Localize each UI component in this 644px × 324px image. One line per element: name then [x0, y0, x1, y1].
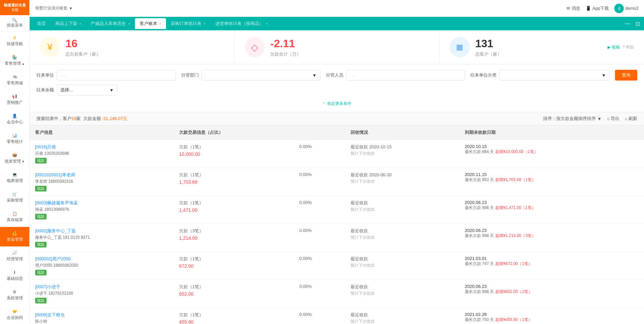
- customer-name-link[interactable]: [0016]吕俊: [35, 144, 168, 150]
- tab-customer-account[interactable]: 客户账本 ×: [135, 18, 166, 29]
- customer-name-link[interactable]: [0006]去下粮仓: [35, 312, 168, 318]
- search-button[interactable]: 查询: [615, 70, 637, 81]
- collapse-button[interactable]: ⌃ 收起更多条件: [36, 101, 637, 107]
- sidebar-item-quick-nav[interactable]: ⚡ 快捷导航: [0, 31, 29, 51]
- help-icon: ?: [622, 45, 625, 50]
- help-btn[interactable]: ? 帮助: [622, 45, 634, 50]
- sidebar-item-wholesale[interactable]: 📦 批发管理 ▼: [0, 149, 29, 168]
- overdue-link[interactable]: 超期¥652.00（1笔）: [495, 289, 532, 294]
- sidebar-item-member[interactable]: 👤 会员中心: [0, 110, 29, 129]
- filter-select-dept[interactable]: ▼: [201, 70, 320, 81]
- tab-close-icon[interactable]: ×: [203, 22, 205, 26]
- sidebar-item-purchase[interactable]: 🛒 采购管理: [0, 188, 29, 207]
- tab-minimize-btn[interactable]: —: [623, 21, 632, 27]
- filter-input-customer[interactable]: ···: [57, 70, 176, 81]
- overdue-link[interactable]: 超期¥1,703.68（1笔）: [495, 177, 536, 182]
- debt-count: 欠款（1笔）: [179, 172, 288, 178]
- overdue-link[interactable]: 超期¥672.00（1笔）: [495, 261, 532, 266]
- video-btn[interactable]: ▶ 视频: [608, 45, 620, 50]
- app-download-btn[interactable]: 📱 App下载: [586, 5, 609, 11]
- debt-percent: 0.00%: [299, 284, 312, 289]
- cell-due-date: 2021.02.26 最长欠款 750 天 超期¥455.90（1笔）: [459, 308, 644, 324]
- sidebar-item-retail-stats[interactable]: 📊 零售统计: [0, 129, 29, 149]
- filter-select-category[interactable]: ▼: [499, 70, 610, 81]
- table-row: [0003]畅捷服务尹海蓝 海蓝 18513066976 现款 欠款（1笔） 1…: [30, 196, 644, 224]
- customer-name-link[interactable]: [0001020001]孝老师: [35, 172, 168, 178]
- sidebar-item-finance[interactable]: 💰 资金管理: [0, 227, 29, 246]
- debt-percent: 0.00%: [299, 144, 312, 149]
- filter-item-person: 分管人员 ···: [326, 70, 465, 81]
- cell-collection: 最近收款 预计下次收款: [345, 308, 459, 324]
- tab-home[interactable]: 首页: [32, 18, 51, 29]
- sort-select[interactable]: 排序：按欠款金额倒序排序 ▼: [543, 116, 601, 122]
- customer-phone: 李老师 18600391516: [35, 179, 168, 184]
- customer-name-link[interactable]: [0002]服务中心_丁磊: [35, 228, 168, 234]
- table-row: [0006]去下粮仓 陈小帅 现款 欠款（1笔） 455.90 0.00% 最近…: [30, 308, 644, 324]
- debt-amount: 1,471.00: [179, 207, 288, 213]
- sidebar-item-marketing[interactable]: 📢 营销推广: [0, 90, 29, 110]
- company-select[interactable]: 母婴行业演示账套 ▼: [35, 5, 73, 11]
- user-avatar-btn[interactable]: d demo2: [614, 4, 639, 13]
- sidebar-item-ecommerce[interactable]: 💻 电商管理: [0, 168, 29, 188]
- overdue-link[interactable]: 超期¥1,471.00（1笔）: [495, 205, 536, 210]
- cell-debt-info: 欠款（3笔） 1,214.00: [174, 224, 294, 252]
- data-table: 客户信息 欠款交易信息（占比） 回收情况 到期未收款日期 [0016]吕俊 吕俊…: [30, 125, 644, 324]
- customer-name-link[interactable]: [0003]畅捷服务尹海蓝: [35, 200, 168, 206]
- sidebar-item-basic-info[interactable]: ℹ 基础信息: [0, 266, 29, 286]
- sidebar-item-search[interactable]: 🔍 搜索菜单: [0, 15, 29, 31]
- cell-customer-info: [0016]吕俊 吕俊 13026203696 现款: [30, 140, 174, 168]
- sidebar-item-retail-mgmt[interactable]: 🏪 零售管理 ▲: [0, 51, 29, 70]
- debt-count: 欠款（1笔）: [179, 256, 288, 262]
- cell-due-date: 2020.06.23 最长欠款 998 天 超期¥652.00（1笔）: [459, 280, 644, 308]
- collection-next: 预计下次收款: [351, 263, 454, 268]
- overdue-link[interactable]: 超期¥455.90（1笔）: [495, 317, 532, 322]
- cell-collection: 最近收款 2020-10-15 预计下次收款: [345, 140, 459, 168]
- sidebar-item-enterprise[interactable]: 🤝 企业协同: [0, 305, 29, 324]
- app-download-label: App下载: [592, 5, 609, 11]
- tab-inbound-stats[interactable]: 进货单统计表（按商品） ×: [211, 18, 272, 29]
- tab-close-icon[interactable]: ×: [159, 22, 161, 26]
- operations-icon: 📈: [12, 251, 17, 255]
- debt-percent: 0.00%: [299, 200, 312, 205]
- customer-count: 16: [72, 116, 76, 121]
- tab-close-icon[interactable]: ×: [79, 22, 81, 26]
- sidebar-item-label: 采购管理: [7, 198, 23, 203]
- tab-close-icon[interactable]: ×: [128, 22, 130, 26]
- debt-amount: 1,214.00: [179, 235, 288, 241]
- stats-row: ¥ 16 总欠款客户（家） ◇ -2.11 欠款合计（万） ▦: [30, 30, 644, 64]
- cell-debt-info: 欠款（1笔） 10,000.00: [174, 140, 294, 168]
- filter-input-person[interactable]: ···: [346, 70, 465, 81]
- tab-maximize-btn[interactable]: ⊡: [634, 21, 641, 27]
- tab-product-shelf[interactable]: 商品上下架 ×: [51, 18, 86, 29]
- debt-percent: 0.00%: [299, 228, 312, 233]
- tab-label: 首页: [37, 21, 46, 27]
- cell-customer-info: [0001020001]孝老师 李老师 18600391516 现款: [30, 168, 174, 196]
- cell-due-date: 2020.11.15 最长欠款 853 天 超期¥1,703.68（1笔）: [459, 168, 644, 196]
- cell-debt-percent: 0.00%: [294, 140, 345, 168]
- cell-due-date: 2021.03.01 最长欠款 747 天 超期¥672.00（1笔）: [459, 252, 644, 280]
- filter-select-balance[interactable]: 选择... ▼: [57, 85, 117, 95]
- dept-arrow-icon: ▼: [312, 73, 317, 78]
- sidebar-item-retail-mall[interactable]: 🛍 零售商城: [0, 70, 29, 90]
- refresh-btn[interactable]: ○ 刷新: [625, 116, 637, 122]
- table-body: [0016]吕俊 吕俊 13026203696 现款 欠款（1笔） 10,000…: [30, 140, 644, 324]
- sidebar: 畅捷通好生意示范 🔍 搜索菜单 ⚡ 快捷导航 🏪 零售管理 ▲ 🛍 零售商城 📢…: [0, 0, 30, 324]
- tab-production-history[interactable]: 产成品入库单历史 ×: [86, 18, 135, 29]
- tab-close-icon[interactable]: ×: [265, 22, 268, 26]
- filter-label-customer: 往来单位: [36, 72, 54, 78]
- quick-nav-icon: ⚡: [12, 35, 17, 40]
- stat-card-right-actions: ▶ 视频 ? 帮助: [608, 45, 634, 50]
- customer-name-link[interactable]: [000002]用户2050: [35, 256, 168, 262]
- tab-purchase-stats[interactable]: 采购订单统计表 ×: [166, 18, 210, 29]
- message-btn[interactable]: ✉ 消息: [566, 5, 580, 11]
- overdue-link[interactable]: 超期¥1,214.00（3笔）: [495, 233, 536, 238]
- overdue-link[interactable]: 超期¥10,000.00（1笔）: [495, 149, 538, 154]
- sidebar-item-operations[interactable]: 📈 经营管理: [0, 246, 29, 266]
- stat-card-total-customers: ▦ 131 总客户（家） ▶ 视频 ? 帮助: [440, 30, 644, 64]
- overdue-days: 最长欠款 998 天 超期¥652.00（1笔）: [465, 289, 639, 295]
- sidebar-item-inventory[interactable]: 📋 库存核算: [0, 207, 29, 227]
- sidebar-item-system[interactable]: ⚙ 系统管理: [0, 286, 29, 305]
- export-btn[interactable]: ○ 导出: [607, 116, 619, 122]
- customer-name-link[interactable]: [0007]小进干: [35, 284, 168, 290]
- debt-amount: 652.00: [179, 291, 288, 297]
